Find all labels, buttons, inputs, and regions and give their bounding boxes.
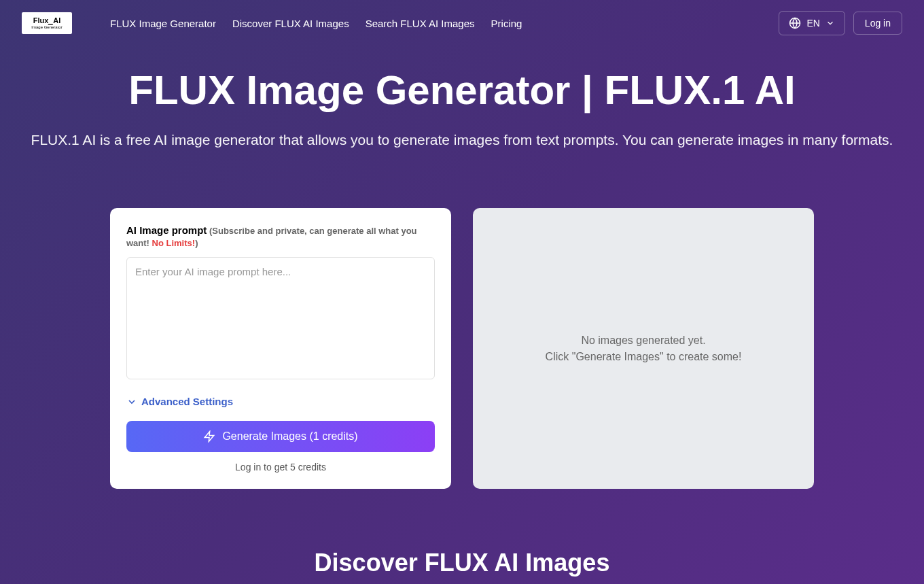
header: Flux⎯AI Image Generator FLUX Image Gener… xyxy=(0,0,924,46)
prompt-label-main: AI Image prompt xyxy=(126,224,207,236)
advanced-settings-toggle[interactable]: Advanced Settings xyxy=(126,396,435,407)
globe-icon xyxy=(789,17,801,29)
header-right: EN Log in xyxy=(779,11,902,35)
advanced-settings-label: Advanced Settings xyxy=(141,396,233,407)
bolt-icon xyxy=(203,430,215,443)
generate-button-label: Generate Images (1 credits) xyxy=(222,430,357,443)
prompt-label-highlight: No Limits! xyxy=(152,238,196,248)
prompt-label-row: AI Image prompt (Subscribe and private, … xyxy=(126,224,435,249)
main-content: AI Image prompt (Subscribe and private, … xyxy=(54,175,870,521)
empty-state: No images generated yet. Click "Generate… xyxy=(546,332,742,365)
nav-search[interactable]: Search FLUX AI Images xyxy=(366,18,475,29)
logo-main-text: Flux⎯AI xyxy=(33,17,61,24)
chevron-down-icon xyxy=(825,18,835,28)
language-button[interactable]: EN xyxy=(779,11,845,35)
nav-discover[interactable]: Discover FLUX AI Images xyxy=(232,18,349,29)
nav-generator[interactable]: FLUX Image Generator xyxy=(110,18,216,29)
prompt-label-sub-suffix: ) xyxy=(195,238,198,248)
language-label: EN xyxy=(806,18,819,29)
logo[interactable]: Flux⎯AI Image Generator xyxy=(22,12,72,34)
prompt-input[interactable] xyxy=(126,257,435,379)
result-card: No images generated yet. Click "Generate… xyxy=(473,208,814,489)
nav-pricing[interactable]: Pricing xyxy=(491,18,522,29)
svg-marker-2 xyxy=(205,432,215,442)
discover-title: Discover FLUX AI Images xyxy=(0,549,924,584)
prompt-card: AI Image prompt (Subscribe and private, … xyxy=(110,208,451,489)
empty-line-2: Click "Generate Images" to create some! xyxy=(546,349,742,365)
generate-button[interactable]: Generate Images (1 credits) xyxy=(126,421,435,452)
hero-subtitle: FLUX.1 AI is a free AI image generator t… xyxy=(27,132,897,148)
chevron-down-icon xyxy=(126,396,137,407)
nav: FLUX Image Generator Discover FLUX AI Im… xyxy=(110,18,522,29)
hero: FLUX Image Generator | FLUX.1 AI FLUX.1 … xyxy=(0,46,924,175)
hero-title: FLUX Image Generator | FLUX.1 AI xyxy=(27,68,897,113)
logo-sub-text: Image Generator xyxy=(31,25,62,29)
login-button[interactable]: Log in xyxy=(853,12,902,35)
empty-line-1: No images generated yet. xyxy=(546,332,742,349)
login-hint: Log in to get 5 credits xyxy=(126,462,435,473)
